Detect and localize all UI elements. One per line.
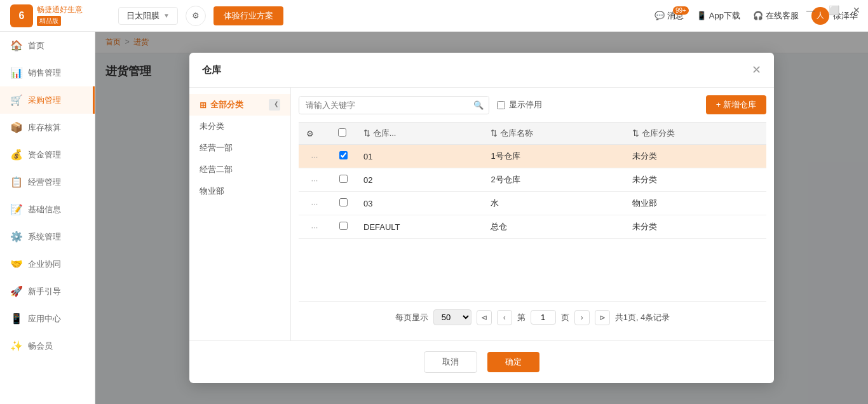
minimize-button[interactable]: — [799, 0, 822, 20]
next-page-button[interactable]: › [574, 310, 590, 325]
online-service-item[interactable]: 🎧 在线客服 [753, 10, 799, 22]
sidebar-item-label: 资金管理 [28, 149, 61, 161]
table-row[interactable]: ··· 01 1号仓库 未分类 [299, 145, 766, 168]
sidebar-item-system[interactable]: ⚙️ 系统管理 [0, 223, 95, 250]
sidebar-item-enterprise[interactable]: 🤝 企业协同 [0, 250, 95, 278]
message-badge: 99+ [673, 6, 689, 15]
prev-page-button[interactable]: ‹ [497, 310, 512, 325]
modal-header: 仓库 ✕ [189, 53, 774, 88]
gear-icon: ⚙ [306, 129, 314, 138]
category-item-dept1[interactable]: 经营一部 [189, 137, 290, 159]
row-name: 总仓 [483, 215, 625, 239]
table-row[interactable]: ··· 02 2号仓库 未分类 [299, 168, 766, 192]
first-page-button[interactable]: ⊲ [477, 310, 492, 325]
store-name: 日太阳膜 [126, 10, 159, 22]
cancel-button[interactable]: 取消 [424, 351, 477, 373]
last-page-button[interactable]: ⊳ [595, 310, 610, 325]
category-item-unclassified[interactable]: 未分类 [189, 116, 290, 137]
category-all[interactable]: ⊞ 全部分类 《 [189, 94, 290, 116]
sidebar-item-label: 销售管理 [28, 67, 61, 79]
logo-text: 畅捷通好生意 [37, 5, 83, 15]
table-row[interactable]: ··· 03 水 物业部 [299, 192, 766, 215]
page-input[interactable] [531, 310, 556, 325]
message-item[interactable]: 💬 消息 99+ [654, 10, 684, 22]
sidebar-item-finance[interactable]: 💰 资金管理 [0, 141, 95, 168]
row-category: 物业部 [625, 192, 766, 215]
row-checkbox[interactable] [339, 151, 348, 159]
search-input[interactable] [299, 97, 489, 114]
col-header-name: ⇅ 仓库名称 [483, 123, 625, 145]
app-center-icon: 📱 [10, 313, 23, 325]
row-checkbox[interactable] [339, 175, 348, 183]
row-more-btn[interactable]: ··· [299, 168, 330, 192]
row-more-btn[interactable]: ··· [299, 192, 330, 215]
sidebar-item-sales[interactable]: 📊 销售管理 [0, 59, 95, 86]
table-panel: 🔍 显示停用 + 新增仓库 [291, 88, 774, 340]
category-item-dept2[interactable]: 经营二部 [189, 159, 290, 180]
more-icon: ··· [311, 175, 318, 185]
sidebar-item-guide[interactable]: 🚀 新手引导 [0, 278, 95, 305]
category-all-label: 全部分类 [210, 99, 243, 111]
warehouse-table: ⚙ ⇅ 仓库... [299, 122, 766, 239]
window-controls: — ⬜ ✕ [799, 0, 868, 20]
category-item-dept3[interactable]: 物业部 [189, 180, 290, 202]
close-button[interactable]: ✕ [845, 0, 868, 20]
category-panel: ⊞ 全部分类 《 未分类 经营一部 经营二部 [189, 88, 291, 340]
category-label: 经营二部 [200, 165, 233, 174]
page-label: 第 [517, 312, 526, 323]
maximize-button[interactable]: ⬜ [822, 0, 845, 20]
sidebar-item-label: 经营管理 [28, 177, 61, 188]
message-icon: 💬 [654, 11, 665, 20]
confirm-button[interactable]: 确定 [487, 352, 539, 372]
sidebar-item-basic-info[interactable]: 📝 基础信息 [0, 196, 95, 223]
row-code: 01 [356, 145, 483, 168]
collapse-button[interactable]: 《 [269, 99, 280, 111]
table-toolbar: 🔍 显示停用 + 新增仓库 [299, 95, 766, 114]
sidebar-item-home[interactable]: 🏠 首页 [0, 32, 95, 59]
sidebar-item-operations[interactable]: 📋 经营管理 [0, 168, 95, 196]
sidebar-item-member[interactable]: ✨ 畅会员 [0, 332, 95, 360]
select-all-checkbox[interactable] [338, 128, 346, 137]
main-content: 首页 > 进货 进货管理 仓库 ✕ ⊞ [95, 32, 868, 404]
sidebar-item-label: 畅会员 [28, 340, 53, 352]
system-icon: ⚙️ [10, 231, 23, 243]
col-header-code: ⇅ 仓库... [356, 123, 483, 145]
row-name: 1号仓库 [483, 145, 625, 168]
modal-body: ⊞ 全部分类 《 未分类 经营一部 经营二部 [189, 88, 774, 340]
sidebar-item-label: 系统管理 [28, 231, 61, 243]
finance-icon: 💰 [10, 149, 23, 161]
show-disabled-toggle[interactable]: 显示停用 [497, 99, 542, 111]
sidebar-item-label: 基础信息 [28, 204, 61, 215]
col-header-category: ⇅ 仓库分类 [625, 123, 766, 145]
category-label: 经营一部 [200, 143, 233, 152]
store-selector[interactable]: 日太阳膜 ▼ [118, 7, 178, 25]
col-header-gear: ⚙ [299, 123, 330, 145]
show-disabled-checkbox[interactable] [497, 101, 505, 109]
modal-title: 仓库 [202, 64, 221, 76]
trial-button[interactable]: 体验行业方案 [214, 6, 283, 25]
sidebar: 🏠 首页 📊 销售管理 🛒 采购管理 📦 库存核算 💰 资金管理 📋 经营管理 … [0, 32, 95, 404]
top-header: 6 畅捷通好生意 精品版 日太阳膜 ▼ ⚙ 体验行业方案 💬 消息 99+ 📱 … [0, 0, 868, 32]
add-warehouse-button[interactable]: + 新增仓库 [706, 95, 766, 114]
more-icon: ··· [311, 152, 318, 161]
row-checkbox[interactable] [339, 222, 348, 230]
row-checkbox[interactable] [339, 198, 348, 206]
table-row[interactable]: ··· DEFAULT 总仓 未分类 [299, 215, 766, 239]
operations-icon: 📋 [10, 176, 23, 188]
logo-area: 6 畅捷通好生意 精品版 [10, 4, 105, 27]
sidebar-item-app[interactable]: 📱 应用中心 [0, 305, 95, 332]
row-name: 2号仓库 [483, 168, 625, 192]
sidebar-item-inventory[interactable]: 📦 库存核算 [0, 114, 95, 141]
modal-close-button[interactable]: ✕ [752, 63, 761, 77]
app-download-item[interactable]: 📱 App下载 [696, 10, 740, 22]
modal-overlay: 仓库 ✕ ⊞ 全部分类 《 未分类 [95, 32, 868, 404]
pagination: 每页显示 50 100 ⊲ ‹ 第 页 › ⊳ 共 [299, 301, 766, 333]
logo-badge: 精品版 [37, 16, 61, 26]
total-info: 共1页, 4条记录 [615, 312, 670, 323]
inventory-icon: 📦 [10, 121, 23, 133]
row-more-btn[interactable]: ··· [299, 145, 330, 168]
per-page-select[interactable]: 50 100 [433, 309, 471, 325]
sidebar-item-purchase[interactable]: 🛒 采购管理 [0, 86, 95, 114]
row-more-btn[interactable]: ··· [299, 215, 330, 239]
settings-button[interactable]: ⚙ [186, 6, 206, 26]
